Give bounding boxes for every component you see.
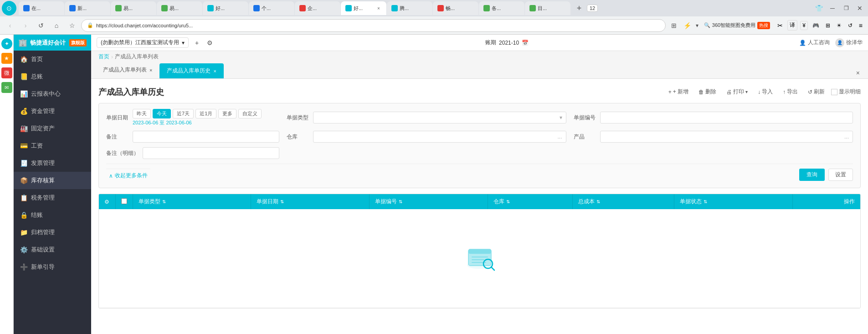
type-selector[interactable]: ▾ bbox=[313, 112, 566, 123]
tab-8-close-icon[interactable]: × bbox=[375, 5, 382, 11]
yuan-icon[interactable]: ¥ bbox=[800, 21, 808, 30]
search-360-btn[interactable]: 🔍 360智能抠图免费用 热搜 bbox=[701, 21, 773, 30]
sidebar-item-salary[interactable]: 💳 工资 bbox=[14, 137, 91, 154]
sidebar-item-funds[interactable]: 💰 资金管理 bbox=[14, 103, 91, 120]
close-window-button[interactable]: ✕ bbox=[853, 2, 866, 15]
tab-7[interactable]: 企... bbox=[295, 1, 340, 15]
lightning-icon[interactable]: ⚡ bbox=[682, 20, 693, 31]
undo-icon[interactable]: ↺ bbox=[846, 21, 854, 30]
tab-11[interactable]: 各... bbox=[479, 1, 524, 15]
tab-2[interactable]: 新... bbox=[65, 1, 110, 15]
th-date[interactable]: 单据日期 ⇅ bbox=[251, 194, 370, 209]
left-icon-3[interactable]: 微 bbox=[1, 67, 12, 78]
minimize-button[interactable]: ─ bbox=[826, 2, 839, 15]
sidebar-item-reports[interactable]: 📊 云报表中心 bbox=[14, 85, 91, 103]
th-status[interactable]: 单据状态 ⇅ bbox=[674, 194, 793, 209]
print-btn[interactable]: 🖨 打印 ▾ bbox=[723, 86, 751, 98]
remark-input[interactable] bbox=[133, 131, 279, 143]
customer-service-btn[interactable]: 👤 人工咨询 bbox=[799, 39, 830, 46]
page-tab-list-close-icon[interactable]: × bbox=[149, 67, 152, 73]
import-btn[interactable]: ↓ 导入 bbox=[754, 86, 776, 98]
bookmark-button[interactable]: ☆ bbox=[66, 19, 78, 32]
sidebar-item-fixed[interactable]: 🏭 固定资产 bbox=[14, 120, 91, 137]
left-icon-2[interactable]: ★ bbox=[1, 53, 12, 64]
breadcrumb-home[interactable]: 首页 bbox=[98, 53, 109, 61]
sidebar-item-settings[interactable]: ⚙️ 基础设置 bbox=[14, 241, 91, 258]
warehouse-selector[interactable]: ... bbox=[313, 131, 566, 143]
show-detail-checkbox[interactable] bbox=[831, 89, 837, 95]
th-type[interactable]: 单据类型 ⇅ bbox=[133, 194, 251, 209]
tab-10[interactable]: 畅... bbox=[433, 1, 478, 15]
left-icon-4[interactable]: ✉ bbox=[1, 82, 12, 93]
page-tab-history-close-icon[interactable]: × bbox=[213, 68, 216, 74]
page-tab-history[interactable]: 产成品入库单历史 × bbox=[159, 63, 223, 78]
grid-icon[interactable]: ⊞ bbox=[824, 21, 832, 30]
tab-9[interactable]: 腾... bbox=[387, 1, 432, 15]
export-btn[interactable]: ↑ 导出 bbox=[779, 86, 801, 98]
company-selector[interactable]: (勿删勿禁用）江西服宝测试专用 ▾ bbox=[97, 37, 189, 48]
more-menu-icon[interactable]: ≡ bbox=[857, 21, 864, 30]
date-btn-custom[interactable]: 自定义 bbox=[238, 109, 262, 118]
dropdown-arrow-icon[interactable]: ▾ bbox=[696, 22, 699, 29]
panel-close-button[interactable]: × bbox=[853, 67, 863, 78]
sidebar-item-checkout[interactable]: 🔒 结账 bbox=[14, 206, 91, 224]
hot-tag: 热搜 bbox=[757, 22, 770, 29]
game-icon[interactable]: 🎮 bbox=[811, 21, 821, 30]
th-checkbox[interactable] bbox=[115, 194, 133, 209]
th-gear[interactable]: ⚙ bbox=[99, 194, 115, 209]
left-icon-1[interactable]: ✦ bbox=[1, 38, 12, 49]
delete-btn[interactable]: 🗑 删除 bbox=[695, 86, 720, 98]
sidebar-item-tax[interactable]: 📋 税务管理 bbox=[14, 189, 91, 206]
tab-8[interactable]: 好... × bbox=[341, 1, 386, 15]
query-button[interactable]: 查询 bbox=[799, 169, 825, 181]
translate-icon[interactable]: 译 bbox=[787, 20, 797, 31]
detail-remark-input[interactable] bbox=[143, 147, 279, 159]
sun-icon[interactable]: ☀ bbox=[835, 21, 843, 30]
add-company-button[interactable]: + bbox=[193, 38, 200, 47]
print-dropdown-icon[interactable]: ▾ bbox=[745, 89, 748, 94]
extension-grid-icon[interactable]: ⊞ bbox=[668, 20, 679, 31]
tab-3[interactable]: 易... bbox=[111, 1, 156, 15]
tab-6[interactable]: 个... bbox=[249, 1, 294, 15]
date-btn-more[interactable]: 更多 bbox=[218, 109, 236, 118]
date-btn-yesterday[interactable]: 昨天 bbox=[133, 109, 151, 118]
date-btn-today[interactable]: 今天 bbox=[153, 109, 171, 118]
tab-12[interactable]: 目... bbox=[525, 1, 570, 15]
sidebar-item-archive[interactable]: 📁 归档管理 bbox=[14, 224, 91, 241]
refresh-btn[interactable]: ↺ 刷新 bbox=[804, 86, 828, 98]
date-btn-1month[interactable]: 近1月 bbox=[195, 109, 216, 118]
forward-button[interactable]: › bbox=[19, 19, 32, 32]
page-tab-list[interactable]: 产成品入库单列表 × bbox=[96, 62, 159, 78]
th-warehouse[interactable]: 仓库 ⇅ bbox=[488, 194, 572, 209]
maximize-button[interactable]: ❐ bbox=[840, 2, 853, 15]
product-selector[interactable]: ... bbox=[600, 131, 853, 143]
sidebar-item-inventory[interactable]: 📦 库存核算 bbox=[14, 172, 91, 189]
select-all-checkbox[interactable] bbox=[121, 198, 127, 204]
url-bar[interactable]: 🔒 https://cloud.chanjet.com/accounting/u… bbox=[81, 19, 666, 32]
tab-1[interactable]: 在... bbox=[19, 1, 64, 15]
back-button[interactable]: ‹ bbox=[4, 19, 16, 32]
th-number[interactable]: 单据编号 ⇅ bbox=[370, 194, 488, 209]
sidebar-item-home[interactable]: 🏠 首页 bbox=[14, 51, 91, 68]
calendar-icon[interactable]: 📅 bbox=[522, 40, 529, 46]
tab-5[interactable]: 好... bbox=[203, 1, 248, 15]
collapse-btn[interactable]: ∧ 收起更多条件 bbox=[106, 169, 150, 182]
setting-button[interactable]: 设置 bbox=[828, 169, 853, 181]
sidebar-item-ledger[interactable]: 📒 总账 bbox=[14, 68, 91, 85]
refresh-button[interactable]: ↺ bbox=[35, 19, 47, 32]
user-info[interactable]: 👤 徐泽华 bbox=[835, 38, 863, 47]
new-tab-button[interactable]: + bbox=[573, 2, 586, 15]
tab-4[interactable]: 易... bbox=[157, 1, 202, 15]
scissors-icon[interactable]: ✂ bbox=[776, 21, 785, 30]
th-cost[interactable]: 总成本 ⇅ bbox=[573, 194, 674, 209]
product-field: 产品 ... bbox=[574, 131, 853, 143]
home-button[interactable]: ⌂ bbox=[50, 19, 63, 32]
settings-gear-icon[interactable]: ⚙ bbox=[205, 38, 215, 47]
show-detail-toggle[interactable]: 显示明细 bbox=[831, 88, 861, 96]
shirt-icon[interactable]: 👕 bbox=[812, 2, 825, 15]
new-btn[interactable]: + + 新增 bbox=[665, 86, 692, 98]
sidebar-item-newbill[interactable]: ➕ 新单引导 bbox=[14, 258, 91, 276]
sidebar-item-invoice[interactable]: 🧾 发票管理 bbox=[14, 154, 91, 172]
number-input[interactable] bbox=[600, 112, 853, 123]
date-btn-7days[interactable]: 近7天 bbox=[173, 109, 194, 118]
